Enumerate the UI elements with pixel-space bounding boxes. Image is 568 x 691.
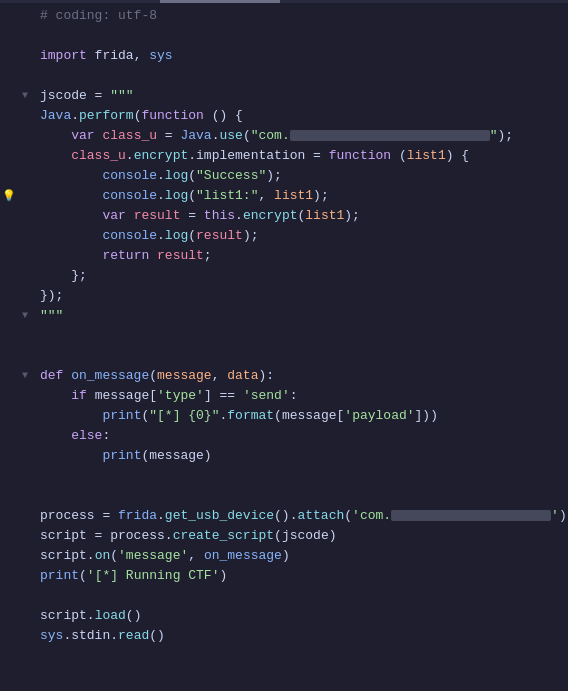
str-end26: ' [551,508,559,523]
log12: log [165,228,188,243]
kw-import: import [40,48,87,63]
line-content-11: var result = this.encrypt(list1); [32,206,568,226]
triple-quote-open: """ [110,88,133,103]
line-content-3: import frida, sys [32,46,568,66]
indent7 [40,128,71,143]
sc7: ); [498,128,514,143]
jscode27: jscode [282,528,329,543]
sc10: ); [313,188,329,203]
dot1: . [71,108,79,123]
py-print21: print [102,408,141,423]
line-22: else: [0,426,568,446]
p9: ( [188,168,196,183]
scrollbar-indicator [160,0,280,3]
process27: process [110,528,165,543]
code-content: # coding: utf-8 import frida, sys ▼ jsco… [0,0,568,646]
eq26: = [95,508,118,523]
line-18 [0,346,568,366]
process-var: process [40,508,95,523]
comma10: , [258,188,274,203]
line-30 [0,586,568,606]
line-content-13: return result; [32,246,568,266]
format-method: format [227,408,274,423]
read-method: read [118,628,149,643]
line-10: 💡 console.log("list1:", list1); [0,186,568,206]
eq: = [87,88,110,103]
py-print29: print [40,568,79,583]
redacted-7 [290,130,490,141]
p28: ( [110,548,118,563]
p32: () [149,628,165,643]
msg23: message [149,448,204,463]
str-type: 'type' [157,388,204,403]
dot9: . [157,168,165,183]
dot26a: . [157,508,165,523]
line-21: print("[*] {0}".format(message['payload'… [0,406,568,426]
eq27: = [87,528,110,543]
line-12: console.log(result); [0,226,568,246]
console9: console [102,168,157,183]
p26b: ( [344,508,352,523]
dot8b: . [188,148,196,163]
line-27: script = process.create_script(jscode) [0,526,568,546]
dot28: . [87,548,95,563]
comment-coding: # coding: utf-8 [40,8,157,23]
line-content-1: # coding: utf-8 [32,6,568,26]
line-32: sys.stdin.read() [0,626,568,646]
line-2 [0,26,568,46]
dot32b: . [110,628,118,643]
stdin32: stdin [71,628,110,643]
p21b: ( [274,408,282,423]
p10: ( [188,188,196,203]
comma19: , [212,368,228,383]
dot27: . [165,528,173,543]
line-29: print('[*] Running CTF') [0,566,568,586]
line-6: Java.perform(function () { [0,106,568,126]
line-content-6: Java.perform(function () { [32,106,568,126]
line-content-12: console.log(result); [32,226,568,246]
str-send: 'send' [243,388,290,403]
load-method: load [95,608,126,623]
line-20: if message['type'] == 'send': [0,386,568,406]
line-25 [0,486,568,506]
js-func8: function [329,148,391,163]
str-message28: 'message' [118,548,188,563]
on-message-ref: on_message [204,548,282,563]
enc-method: encrypt [134,148,189,163]
p29b: ) [219,568,227,583]
line-14: }; [0,266,568,286]
dot12: . [157,228,165,243]
list1-11: list1 [305,208,344,223]
close15: }); [40,288,63,303]
log9: log [165,168,188,183]
js-use: use [219,128,242,143]
script28: script [40,548,87,563]
sys32: sys [40,628,63,643]
implementation: implementation [196,148,305,163]
eq7: = [157,128,180,143]
eq20: == [212,388,243,403]
param-message: message [157,368,212,383]
str-success: "Success" [196,168,266,183]
line-content-15: }); [32,286,568,306]
eq8: = [305,148,328,163]
log10: log [165,188,188,203]
colon19: ): [258,368,274,383]
indent8 [40,148,71,163]
attach-method: attach [297,508,344,523]
sc12: ); [243,228,259,243]
line-content-21: print("[*] {0}".format(message['payload'… [32,406,568,426]
dot10: . [157,188,165,203]
sc11: ); [344,208,360,223]
indent20 [40,388,71,403]
line-7: var class_u = Java.use("com. "); [0,126,568,146]
indent21 [40,408,102,423]
py-if: if [71,388,87,403]
py-def: def [40,368,63,383]
sc26: ) [559,508,567,523]
line-content-28: script.on('message', on_message) [32,546,568,566]
str-com: "com. [251,128,290,143]
p27: ( [274,528,282,543]
msg21: message [282,408,337,423]
indent22 [40,428,71,443]
